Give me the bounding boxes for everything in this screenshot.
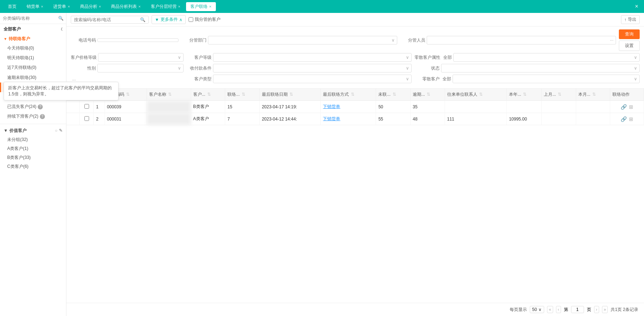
customer-type-label: 客户类型: [186, 76, 212, 82]
sidebar: 🔍 全部客户 《 ▼ 待联络客户 今天待联络(0) 明天待联络(1) 近7天待联…: [0, 13, 66, 316]
churned-icon[interactable]: ?: [38, 104, 43, 109]
sidebar-search-input[interactable]: [3, 16, 57, 21]
declining-icon[interactable]: ?: [40, 114, 45, 119]
export-button[interactable]: ↑ 导出: [621, 15, 640, 24]
col-overdue[interactable]: 逾期... ⇅: [411, 89, 445, 101]
sidebar-item-ungrouped[interactable]: 未分组(32): [0, 135, 66, 144]
first-page-button[interactable]: «: [547, 306, 553, 313]
filter-price-grade: 客户价格等级 ∨: [71, 53, 184, 62]
nav-close-segmentation[interactable]: ×: [178, 4, 180, 9]
phone-input[interactable]: [97, 38, 179, 42]
filter-row-3: 性别 ∨ 收付款条件 ∨ 状态: [71, 64, 640, 72]
sidebar-item-tomorrow[interactable]: 明天待联络(1): [0, 53, 66, 63]
retail-attr-arrow: ∨: [634, 55, 637, 60]
sidebar-item-overdue[interactable]: 逾期未联络(30): [0, 73, 66, 82]
nav-home[interactable]: 首页: [4, 2, 21, 11]
sidebar-item-c-class[interactable]: C类客户(6): [0, 162, 66, 171]
col-unpaid[interactable]: 未联... ⇅: [376, 89, 411, 101]
sidebar-item-7days[interactable]: 近7天待联络(0): [0, 63, 66, 72]
col-name[interactable]: 客户名称 ⇅: [147, 89, 191, 101]
col-type[interactable]: 客户... ⇅: [191, 89, 225, 101]
sidebar-pending-group[interactable]: ▼ 待联络客户: [0, 34, 66, 43]
action-grid-0[interactable]: ⊞: [629, 104, 633, 110]
sort-this-month-icon: ⇅: [592, 92, 596, 97]
query-button[interactable]: 查询: [619, 29, 640, 39]
row-unit-1: 111: [445, 113, 506, 125]
per-page-arrow: ∨: [538, 307, 542, 312]
prev-page-button[interactable]: ‹: [556, 306, 561, 313]
toolbar-search-icon[interactable]: 🔍: [140, 17, 145, 22]
row-check-1[interactable]: [84, 116, 89, 121]
retail-attr-select[interactable]: ∨: [453, 53, 640, 62]
next-page-button[interactable]: ›: [594, 306, 599, 313]
last-page-button[interactable]: »: [602, 306, 608, 313]
row-checkbox-1[interactable]: [79, 113, 94, 125]
retail-customer-select[interactable]: ∨: [453, 75, 640, 83]
nav-product-analysis[interactable]: 商品分析 ×: [76, 2, 105, 11]
gender-select[interactable]: ∨: [97, 64, 184, 72]
sidebar-search-icon[interactable]: 🔍: [58, 16, 64, 21]
sidebar-all-customers[interactable]: 全部客户 《: [0, 24, 66, 34]
action-grid-1[interactable]: ⊞: [629, 116, 633, 122]
method-link-0[interactable]: 下销货单: [323, 104, 340, 109]
value-group-edit-icon[interactable]: ○: [55, 128, 57, 133]
sidebar-item-churned[interactable]: 已流失客户(24) ?: [0, 102, 66, 112]
search-input[interactable]: [74, 17, 139, 22]
nav-sales-order[interactable]: 销货单 ×: [22, 2, 47, 11]
customer-grade-select[interactable]: ∨: [213, 53, 412, 62]
value-group-settings-icon[interactable]: ✎: [59, 128, 62, 133]
per-page-select[interactable]: 50 ∨: [530, 306, 544, 313]
my-customer-check-input[interactable]: [189, 17, 193, 22]
payment-arrow: ∨: [406, 66, 409, 71]
col-contact[interactable]: 联络... ⇅: [225, 89, 260, 101]
manager-label: 分管人员: [400, 37, 425, 43]
method-link-1[interactable]: 下销货单: [323, 116, 340, 121]
my-customer-checkbox[interactable]: 我分管的客户: [189, 16, 221, 23]
col-last-method[interactable]: 最后联络方式 ⇅: [321, 89, 376, 101]
customer-type-select[interactable]: ∨: [213, 75, 412, 83]
nav-close-purchase[interactable]: ×: [68, 4, 70, 9]
sidebar-item-a-class[interactable]: A类客户(1): [0, 144, 66, 153]
nav-close-product-analysis[interactable]: ×: [99, 4, 101, 9]
nav-customer-segmentation[interactable]: 客户分层经营 ×: [147, 2, 185, 11]
sidebar-item-declining[interactable]: 持续下滑客户(2) ?: [0, 112, 66, 121]
page-input[interactable]: [571, 306, 584, 313]
manager-select[interactable]: ···: [427, 36, 616, 44]
sort-year-icon: ⇅: [523, 92, 527, 97]
window-close-button[interactable]: ×: [633, 3, 640, 10]
sidebar-item-b-class[interactable]: B类客户(33): [0, 153, 66, 162]
col-this-month[interactable]: 本月... ⇅: [576, 89, 610, 101]
row-check-0[interactable]: [84, 104, 89, 109]
row-settings-0: [66, 101, 79, 113]
row-checkbox-0[interactable]: [79, 101, 94, 113]
nav-close-product-list[interactable]: ×: [138, 4, 140, 9]
nav-customer-contact[interactable]: 客户联络 ×: [186, 2, 216, 11]
filter-icon: ▼: [155, 17, 159, 22]
action-link-1[interactable]: 🔗: [621, 116, 627, 122]
sidebar-item-today[interactable]: 今天待联络(0): [0, 43, 66, 53]
more-filter-button[interactable]: ▼ 更多条件 ∧: [152, 15, 186, 24]
row-last-date-0: 2023-04-17 14:19:: [259, 101, 320, 113]
col-unit-contacts[interactable]: 往来单位联系人 ⇅: [445, 89, 506, 101]
payment-select[interactable]: ∨: [213, 64, 412, 72]
col-last-month[interactable]: 上月... ⇅: [541, 89, 576, 101]
status-select[interactable]: ∨: [441, 64, 640, 72]
row-last-method-1[interactable]: 下销货单: [321, 113, 376, 125]
per-page-value: 50: [532, 307, 537, 312]
col-this-year[interactable]: 本年... ⇅: [507, 89, 542, 101]
sort-overdue-icon: ⇅: [427, 92, 430, 97]
dept-select[interactable]: ∨: [208, 36, 397, 44]
content-area: 🔍 ▼ 更多条件 ∧ 我分管的客户 ↑ 导出 电话号码: [66, 13, 644, 316]
row-year-1: 10995.00: [507, 113, 542, 125]
nav-purchase-order[interactable]: 进货单 ×: [49, 2, 74, 11]
price-grade-select[interactable]: ∨: [98, 53, 184, 62]
filter-customer-grade: 客户等级 ∨: [186, 53, 412, 62]
nav-close-contact[interactable]: ×: [209, 4, 211, 9]
row-contact-0: 15: [225, 101, 260, 113]
row-last-method-0[interactable]: 下销货单: [321, 101, 376, 113]
action-link-0[interactable]: 🔗: [621, 104, 627, 110]
col-last-date[interactable]: 最后联络日期 ⇅: [259, 89, 320, 101]
nav-product-analysis-list[interactable]: 商品分析列表 ×: [107, 2, 145, 11]
nav-close-sales[interactable]: ×: [41, 4, 43, 9]
settings-button[interactable]: 设置: [619, 41, 640, 51]
